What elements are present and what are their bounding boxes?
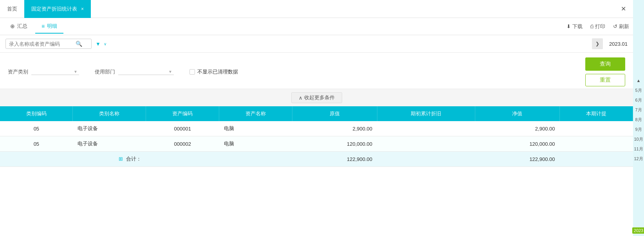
more-filter-button[interactable]: ▼ ∨ <box>96 41 106 47</box>
total-icon: ⊞ <box>119 156 123 162</box>
department-select[interactable]: ▼ <box>118 69 174 75</box>
row1-original-value: 2,900.00 <box>292 121 377 136</box>
col-asset-code: 资产编码 <box>146 106 219 121</box>
row2-asset-code: 000002 <box>146 136 219 152</box>
refresh-button[interactable]: ↺ 刷新 <box>613 23 629 30</box>
total-cumulative-depreciation <box>377 152 475 167</box>
row2-original-value: 120,000.00 <box>292 136 377 152</box>
collapse-button[interactable]: ∧ 收起更多条件 <box>291 92 342 103</box>
data-table: 类别编码 类别名称 资产编码 资产名称 原值 期初累计折旧 净值 本期计提 05… <box>0 106 633 167</box>
tab-detail-label: 明细 <box>47 23 57 30</box>
row1-asset-code: 000001 <box>146 121 219 136</box>
print-icon: ⎙ <box>590 23 593 29</box>
download-label: 下载 <box>572 23 583 30</box>
department-label: 使用部门 <box>95 68 115 75</box>
sidebar-month-8[interactable]: 8月 <box>635 116 642 123</box>
tab-label: 固定资产折旧统计表 <box>31 5 77 13</box>
search-input-wrap[interactable]: 🔍 <box>5 39 92 49</box>
reset-button[interactable]: 重置 <box>585 74 625 86</box>
filter-actions: 查询 重置 <box>585 57 625 86</box>
date-label: 2023.01 <box>607 41 628 47</box>
row1-asset-name: 电脑 <box>219 121 292 136</box>
total-icon-cell: ⊞ 合计： <box>0 152 146 167</box>
checkbox-icon <box>189 69 195 75</box>
row1-category-code: 05 <box>0 121 73 136</box>
total-asset-code <box>146 152 219 167</box>
asset-category-filter: 资产类别 ▼ <box>8 68 79 75</box>
total-row: ⊞ 合计： 122,900.00 122,900.00 <box>0 152 633 167</box>
tab-detail[interactable]: ≡ 明细 <box>35 20 63 34</box>
tab-summary-label: 汇总 <box>17 23 27 30</box>
asset-category-select[interactable]: ▼ <box>31 69 79 75</box>
collapse-label: 收起更多条件 <box>304 94 335 101</box>
department-filter: 使用部门 ▼ <box>95 68 174 75</box>
search-input[interactable] <box>9 41 76 47</box>
total-current-depreciation <box>559 152 633 167</box>
sidebar-month-7[interactable]: 7月 <box>635 106 642 114</box>
row2-asset-name: 电脑 <box>219 136 292 152</box>
sidebar-month-10[interactable]: 10月 <box>634 136 643 143</box>
sidebar-month-11[interactable]: 11月 <box>634 145 643 153</box>
row2-net-value: 120,000.00 <box>475 136 559 152</box>
row2-cumulative-depreciation <box>377 136 475 152</box>
row2-category-code: 05 <box>0 136 73 152</box>
detail-icon: ≡ <box>41 23 45 29</box>
hide-cleared-checkbox[interactable]: 不显示已清理数据 <box>189 68 238 75</box>
sidebar-month-12[interactable]: 12月 <box>634 155 643 163</box>
filter-icon: ▼ <box>96 41 101 47</box>
query-button[interactable]: 查询 <box>585 57 625 71</box>
print-button[interactable]: ⎙ 打印 <box>590 23 605 30</box>
row1-net-value: 2,900.00 <box>475 121 559 136</box>
download-icon: ⬇ <box>566 23 571 29</box>
collapse-icon: ∧ <box>299 95 303 101</box>
asset-category-label: 资产类别 <box>8 68 28 75</box>
search-icon: 🔍 <box>76 41 82 47</box>
table-row: 05 电子设备 000002 电脑 120,000.00 120,000.00 <box>0 136 633 152</box>
tab-summary[interactable]: ⊕ 汇总 <box>4 20 34 34</box>
top-nav: 首页 固定资产折旧统计表 × ✕ <box>0 0 633 18</box>
row2-category-name: 电子设备 <box>73 136 146 152</box>
total-asset-name <box>219 152 292 167</box>
summary-icon: ⊕ <box>10 23 15 29</box>
refresh-icon: ↺ <box>613 23 617 29</box>
active-tab: 固定资产折旧统计表 × <box>24 0 91 18</box>
right-sidebar: ▲ 5月 6月 7月 8月 9月 10月 11月 12月 2023 <box>633 0 644 236</box>
hide-cleared-label: 不显示已清理数据 <box>197 68 238 75</box>
collapse-bar: ∧ 收起更多条件 <box>0 89 633 106</box>
sidebar-month-9[interactable]: 9月 <box>635 126 642 133</box>
col-cumulative-depreciation: 期初累计折旧 <box>377 106 475 121</box>
table-header-row: 类别编码 类别名称 资产编码 资产名称 原值 期初累计折旧 净值 本期计提 <box>0 106 633 121</box>
col-category-name: 类别名称 <box>73 106 146 121</box>
total-original-value: 122,900.00 <box>292 152 377 167</box>
total-label: 合计： <box>126 156 141 162</box>
asset-category-arrow-icon: ▼ <box>74 70 78 74</box>
table-row: 05 电子设备 000001 电脑 2,900.00 2,900.00 <box>0 121 633 136</box>
col-asset-name: 资产名称 <box>219 106 292 121</box>
nav-arrow-button[interactable]: ❯ <box>592 38 603 49</box>
chevron-down-icon: ∨ <box>104 42 106 46</box>
refresh-label: 刷新 <box>619 23 629 30</box>
search-bar: 🔍 ▼ ∨ ❯ 2023.01 <box>0 35 633 53</box>
download-button[interactable]: ⬇ 下载 <box>566 23 583 30</box>
sidebar-month-5[interactable]: 5月 <box>635 87 642 94</box>
row1-cumulative-depreciation <box>377 121 475 136</box>
row1-current-depreciation <box>559 121 633 136</box>
tab-close-icon[interactable]: × <box>81 6 84 12</box>
sidebar-year: 2023 <box>632 227 644 234</box>
col-net-value: 净值 <box>475 106 559 121</box>
row2-current-depreciation <box>559 136 633 152</box>
col-original-value: 原值 <box>292 106 377 121</box>
sidebar-month-6[interactable]: 6月 <box>635 97 642 104</box>
scroll-up-icon[interactable]: ▲ <box>637 78 641 83</box>
col-current-depreciation: 本期计提 <box>559 106 633 121</box>
sub-tabs-bar: ⊕ 汇总 ≡ 明细 ⬇ 下载 ⎙ 打印 ↺ 刷新 <box>0 18 633 35</box>
window-close-button[interactable]: ✕ <box>614 5 633 13</box>
print-label: 打印 <box>595 23 605 30</box>
total-net-value: 122,900.00 <box>475 152 559 167</box>
data-table-wrap: 类别编码 类别名称 资产编码 资产名称 原值 期初累计折旧 净值 本期计提 05… <box>0 106 633 236</box>
department-arrow-icon: ▼ <box>168 70 172 74</box>
row1-category-name: 电子设备 <box>73 121 146 136</box>
toolbar-actions: ⬇ 下载 ⎙ 打印 ↺ 刷新 <box>566 23 629 30</box>
home-tab[interactable]: 首页 <box>0 5 24 13</box>
filter-panel: 资产类别 ▼ 使用部门 ▼ 不显示已清理数据 查询 重置 <box>0 53 633 89</box>
